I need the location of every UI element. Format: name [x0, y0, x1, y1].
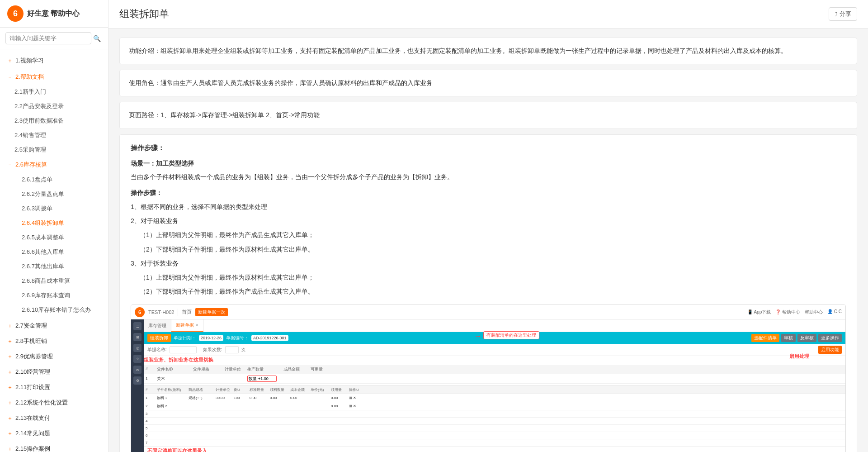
sidebar-item-inv261[interactable]: 2.6.1盘点单 [0, 172, 108, 187]
sidebar-item-sales[interactable]: 2.4销售管理 [0, 128, 108, 143]
path-text: 页面路径：1、库存核算->库存管理->组装拆卸单 2、首页->常用功能 [129, 111, 320, 119]
app-ref-label: 单据编号： [226, 335, 249, 341]
plus-icon-customize: ＋ [7, 399, 13, 407]
br1-u: 100 [234, 396, 250, 400]
minus-icon: － [7, 73, 13, 81]
page-title: 组装拆卸单 [119, 7, 169, 21]
app-tab-new[interactable]: 新建单据 × [171, 319, 203, 332]
th-parent-name: 父件名称 [157, 366, 193, 372]
br2-op: ⊞ ✕ [349, 404, 360, 408]
app-name-input[interactable] [170, 346, 197, 353]
scene1-description: 当由多个子件材料组装成一个成品的业务为【组装】业务，当由一个父件拆分成多个子产品… [131, 171, 846, 183]
sidebar-item-install[interactable]: 2.2产品安装及登录 [0, 99, 108, 114]
app-more-btn[interactable]: 更多操作 [818, 334, 842, 342]
br1-pick: 0.00 [270, 396, 290, 400]
sidebar-item-mobile[interactable]: ＋ 2.8手机旺铺 [0, 333, 108, 349]
app-company: TEST-H002 [148, 309, 174, 315]
bth-std: 标准用量 [250, 387, 270, 392]
app-form-header: 组装拆卸 单据日期： 2019-12-26 单据编号： AD-20191226-… [144, 332, 845, 344]
nav-list: ＋ 1.视频学习 － 2.帮助文档 2.1新手入门 2.2产品安装及登录 2.3… [0, 49, 108, 452]
app-tab-inventory[interactable]: 库存管理 [144, 319, 171, 332]
plus-icon-coupon: ＋ [7, 353, 13, 361]
sidebar-item-docs[interactable]: － 2.帮助文档 [0, 69, 108, 85]
sidebar-item-inventory-label: 2.6库存核算 [15, 161, 47, 169]
sidebar-item-inv264[interactable]: 2.6.4组装拆卸单 [0, 216, 108, 230]
app-date-value: 2019-12-26 [199, 335, 223, 341]
app-count-unit: 次 [241, 347, 245, 353]
sidebar-item-print[interactable]: ＋ 2.11打印设置 [0, 380, 108, 395]
sidebar-item-cases[interactable]: ＋ 2.15操作案例 [0, 441, 108, 452]
sidebar-item-purchase[interactable]: 2.5采购管理 [0, 143, 108, 157]
sidebar-item-inv266[interactable]: 2.6.6其他入库单 [0, 245, 108, 259]
app-form-type-btn[interactable]: 组装拆卸 [147, 334, 171, 342]
sidebar-item-faq[interactable]: ＋ 2.14常见问题 [0, 426, 108, 441]
app-nav-dot3[interactable]: ◎ [133, 344, 142, 352]
bth-u: 倒U [234, 387, 250, 392]
app-left-nav: ☰ ⊞ ◎ ☆ ✉ ⚙ [131, 319, 144, 452]
app-count-input[interactable] [225, 346, 239, 353]
app-unapprove-btn[interactable]: 反审核 [797, 334, 816, 342]
app-annotation3: 不固定清单可以在这里录入 [144, 447, 845, 452]
br2-avail: 0.00 [331, 404, 349, 408]
share-button[interactable]: ⤴ 分享 [829, 7, 857, 21]
sidebar-item-video[interactable]: ＋ 1.视频学习 [0, 53, 108, 68]
step3: 3、对于拆装业务 [131, 258, 846, 269]
sidebar-item-inv267[interactable]: 2.6.7其他出库单 [0, 259, 108, 274]
app-action-btns: 启用功能 [818, 346, 842, 354]
app-tab-new-label: 新建单据 [176, 322, 194, 328]
sidebar-item-pay[interactable]: ＋ 2.13在线支付 [0, 410, 108, 426]
bth-spec: 商品规格 [189, 387, 216, 392]
steps-title: 操作步骤： [131, 144, 846, 152]
app-new-order-btn[interactable]: 新建单据一次 [195, 308, 228, 316]
step3b: （2）下部明细为子件明细，最终作为产成品生成其它入库单。 [131, 286, 846, 297]
sidebar-item-customize[interactable]: ＋ 2.12系统个性化设置 [0, 395, 108, 410]
app-annotation2: 启用处理 [789, 353, 809, 360]
plus-icon-print: ＋ [7, 384, 13, 391]
path-card: 页面路径：1、库存核算->库存管理->组装拆卸单 2、首页->常用功能 [119, 102, 857, 128]
app-approve-btn[interactable]: 审核 [781, 334, 796, 342]
app-nav-dot6[interactable]: ⚙ [133, 376, 142, 385]
top-table-header: # 父件名称 父件规格 计量单位 生产数量 成品金额 可用量 [144, 365, 845, 374]
sidebar-item-inv265[interactable]: 2.6.5成本调整单 [0, 230, 108, 245]
sidebar-item-inv262[interactable]: 2.6.2分量盘点单 [0, 187, 108, 201]
main-header: 组装拆卸单 ⤴ 分享 [108, 0, 868, 29]
app-form-buttons: 选配件清单 审核 反审核 更多操作 [751, 334, 842, 342]
sidebar-item-dataprep[interactable]: 2.3使用前数据准备 [0, 114, 108, 128]
sidebar-item-capital[interactable]: ＋ 2.7资金管理 [0, 318, 108, 333]
sidebar-item-inv263[interactable]: 2.6.3调拨单 [0, 201, 108, 216]
sidebar-item-video-label: 1.视频学习 [15, 57, 44, 65]
app-nav-dot4[interactable]: ☆ [133, 355, 142, 363]
app-ref-value: AD-20191226-001 [251, 335, 288, 341]
sidebar-item-inventory[interactable]: － 2.6库存核算 [0, 157, 108, 172]
br3-num: 3 [146, 412, 157, 416]
sidebar-item-operation[interactable]: ＋ 2.10经营管理 [0, 364, 108, 380]
app-nav-home[interactable]: 首页 [182, 309, 192, 315]
br2-name: 物料 2 [157, 404, 189, 409]
br1-name: 物料 1 [157, 395, 189, 400]
search-button[interactable]: 🔍 [91, 33, 103, 44]
step2: 2、对于组装业务 [131, 215, 846, 227]
sidebar-item-inv2610[interactable]: 2.6.10库存账本错了怎么办 [0, 303, 108, 317]
app-nav-dot2[interactable]: ⊞ [133, 333, 142, 341]
role-text: 使用角色：通常由生产人员或库管人员完成拆装业务的操作，库管人员确认原材料的出库和… [129, 79, 433, 86]
app-body: ☰ ⊞ ◎ ☆ ✉ ⚙ 库存管理 [131, 319, 845, 452]
app-select-parts-btn[interactable]: 选配件清单 [751, 334, 779, 342]
sidebar-item-docs-label: 2.帮助文档 [15, 73, 44, 81]
bottom-row1: 1 物料 1 规格(++) 30.00 100 0.00 0.00 0.00 [144, 394, 845, 402]
tr1-name: 关木 [157, 376, 193, 382]
plus-icon-cases: ＋ [7, 445, 13, 452]
app-tab-close[interactable]: × [196, 323, 198, 328]
app-nav-dot1[interactable]: ☰ [133, 322, 142, 330]
app-enable-btn[interactable]: 启用功能 [818, 346, 842, 354]
sidebar-item-customize-label: 2.12系统个性化设置 [15, 399, 68, 407]
sidebar-item-newcomer[interactable]: 2.1新手入门 [0, 85, 108, 99]
app-qty-input[interactable] [247, 376, 277, 382]
search-input[interactable] [5, 32, 91, 44]
br1-spec: 规格(++) [189, 395, 216, 400]
sidebar-item-coupon[interactable]: ＋ 2.9优惠券管理 [0, 349, 108, 364]
sidebar-item-inv269[interactable]: 2.6.9库存账本查询 [0, 288, 108, 303]
content-area: 功能介绍：组装拆卸单用来处理企业组装或拆卸等加工业务，支持有固定装配清单的产品加… [108, 29, 868, 452]
app-nav-dot5[interactable]: ✉ [133, 366, 142, 374]
sidebar-item-inv268[interactable]: 2.6.8商品成本重算 [0, 274, 108, 288]
th-avail: 可用量 [311, 366, 338, 372]
